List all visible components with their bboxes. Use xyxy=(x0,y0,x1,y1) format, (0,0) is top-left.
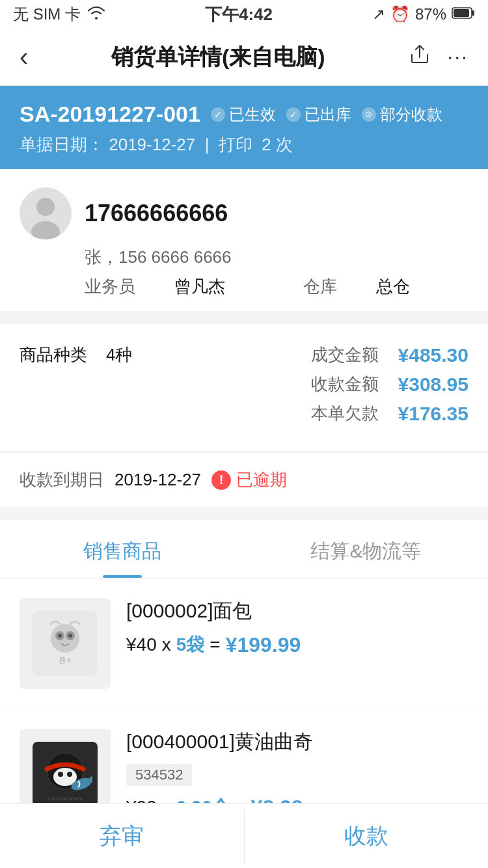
overdue-text: 已逾期 xyxy=(236,468,287,491)
tab-sales-products[interactable]: 销售商品 xyxy=(0,520,244,578)
badge-shipped: ✓ 已出库 xyxy=(286,104,351,125)
product-total-bread: ¥199.99 xyxy=(226,633,301,657)
order-id-text: SA-20191227-001 xyxy=(20,102,200,127)
location-icon: ↗ xyxy=(372,5,385,23)
customer-name: 17666666666 xyxy=(85,200,228,227)
product-tag-cookie: 534532 xyxy=(126,764,192,786)
page-title: 销货单详情(来自电脑) xyxy=(111,42,325,72)
product-thumb-bread: 兽+ xyxy=(20,598,111,689)
product-price-bread: ¥40 x 5袋 = ¥199.99 xyxy=(126,632,468,657)
battery-percent: 87% xyxy=(415,5,446,23)
order-header: SA-20191227-001 ✓ 已生效 ✓ 已出库 ⊙ 部分收款 单据日期：… xyxy=(0,86,488,169)
product-name-bread: [0000002]面包 xyxy=(126,598,468,625)
due-date-value: 2019-12-27 xyxy=(115,470,201,490)
nav-right-actions: ··· xyxy=(408,43,468,71)
svg-point-4 xyxy=(36,198,55,216)
due-date-section: 收款到期日 2019-12-27 ! 已逾期 xyxy=(0,452,488,507)
svg-rect-1 xyxy=(472,10,474,16)
clock-icon: ⊙ xyxy=(362,107,376,122)
product-info-bread: [0000002]面包 ¥40 x 5袋 = ¥199.99 xyxy=(126,598,468,657)
due-amount-label: 本单欠款 xyxy=(311,402,379,425)
deal-amount-value: ¥485.30 xyxy=(398,344,468,366)
stats-section: 商品种类 4种 成交金额 ¥485.30 收款金额 ¥308.95 本单欠款 ¥… xyxy=(0,324,488,451)
product-type-item: 商品种类 4种 xyxy=(20,344,132,366)
svg-point-11 xyxy=(68,634,72,638)
due-amount-value: ¥176.35 xyxy=(398,403,468,425)
wifi-icon xyxy=(87,5,105,23)
status-bar: 无 SIM 卡 下午4:42 ↗ ⏰ 87% xyxy=(0,0,488,29)
stats-right: 成交金额 ¥485.30 收款金额 ¥308.95 本单欠款 ¥176.35 xyxy=(311,344,468,431)
overdue-icon: ! xyxy=(211,470,231,490)
due-date-label: 收款到期日 xyxy=(20,468,104,491)
stats-left: 商品种类 4种 xyxy=(20,344,132,369)
svg-rect-2 xyxy=(454,9,469,17)
salesperson-value: 曾凡杰 xyxy=(174,275,225,298)
back-button[interactable]: ‹ xyxy=(20,42,28,72)
due-amount-row: 本单欠款 ¥176.35 xyxy=(311,402,468,425)
product-name-cookie: [000400001]黄油曲奇 xyxy=(126,729,468,755)
customer-main-row: 17666666666 xyxy=(20,187,468,239)
battery-icon xyxy=(452,5,475,23)
status-bar-left: 无 SIM 卡 xyxy=(13,4,105,25)
sim-status: 无 SIM 卡 xyxy=(13,4,81,25)
svg-text:diamond whale: diamond whale xyxy=(47,796,83,802)
deal-amount-row: 成交金额 ¥485.30 xyxy=(311,344,468,366)
svg-point-10 xyxy=(58,634,62,638)
order-id-row: SA-20191227-001 ✓ 已生效 ✓ 已出库 ⊙ 部分收款 xyxy=(20,102,468,127)
check-icon-2: ✓ xyxy=(286,107,301,122)
nav-bar: ‹ 销货单详情(来自电脑) ··· xyxy=(0,29,488,86)
warehouse-value: 总仓 xyxy=(376,275,410,298)
customer-phone: 张，156 6666 6666 xyxy=(85,246,468,269)
received-value: ¥308.95 xyxy=(398,373,468,396)
svg-text:兽+: 兽+ xyxy=(59,656,71,665)
more-icon[interactable]: ··· xyxy=(447,45,468,69)
status-bar-right: ↗ ⏰ 87% xyxy=(372,5,475,23)
product-qty-bread: 5袋 xyxy=(176,632,205,657)
svg-point-7 xyxy=(51,624,79,653)
warehouse-label: 仓库 xyxy=(303,275,337,298)
customer-info-row: 业务员 曾凡杰 仓库 总仓 xyxy=(85,275,468,298)
products-section: 兽+ [0000002]面包 ¥40 x 5袋 = ¥199.99 xyxy=(0,578,488,840)
avatar xyxy=(20,187,72,239)
customer-section: 17666666666 张，156 6666 6666 业务员 曾凡杰 仓库 总… xyxy=(0,169,488,311)
share-icon[interactable] xyxy=(408,43,431,71)
collect-payment-button[interactable]: 收款 xyxy=(245,808,489,864)
order-date-row: 单据日期： 2019-12-27 | 打印 2 次 xyxy=(20,133,468,156)
deal-amount-label: 成交金额 xyxy=(311,344,379,366)
svg-point-16 xyxy=(58,772,63,777)
badge-effective: ✓ 已生效 xyxy=(211,104,276,125)
product-item-bread: 兽+ [0000002]面包 ¥40 x 5袋 = ¥199.99 xyxy=(0,578,488,709)
tabs-section: 销售商品 结算&物流等 xyxy=(0,520,488,578)
salesperson-label: 业务员 xyxy=(85,275,135,298)
cancel-review-button[interactable]: 弃审 xyxy=(0,808,245,864)
svg-point-17 xyxy=(67,772,72,777)
bottom-bar: 弃审 收款 xyxy=(0,803,488,868)
tab-settlement-logistics[interactable]: 结算&物流等 xyxy=(244,520,488,578)
received-row: 收款金额 ¥308.95 xyxy=(311,373,468,396)
status-bar-time: 下午4:42 xyxy=(205,3,273,26)
received-label: 收款金额 xyxy=(311,373,379,396)
alarm-icon: ⏰ xyxy=(390,5,410,23)
overdue-badge: ! 已逾期 xyxy=(211,468,287,491)
check-icon-1: ✓ xyxy=(211,107,225,122)
badge-partial: ⊙ 部分收款 xyxy=(362,104,442,125)
